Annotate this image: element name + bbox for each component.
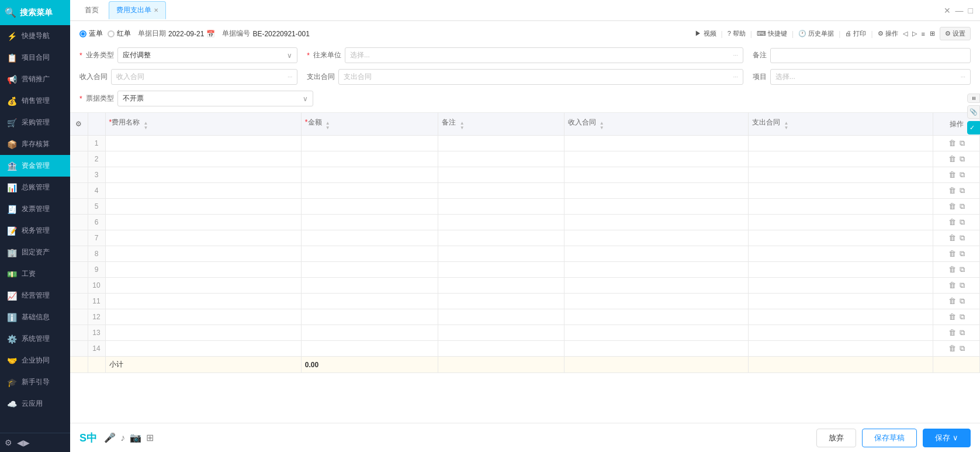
cell-expense-name-1[interactable] — [105, 136, 301, 151]
cell-expense-contract-2[interactable] — [749, 151, 933, 167]
copy-icon-3[interactable]: ⧉ — [960, 170, 965, 180]
cell-remark-10[interactable] — [438, 278, 564, 294]
cell-expense-name-6[interactable] — [105, 215, 301, 230]
cell-expense-contract-10[interactable] — [749, 278, 933, 294]
sidebar-item-9[interactable]: 📝 税务管理 — [0, 220, 70, 241]
copy-icon-7[interactable]: ⧉ — [960, 233, 965, 243]
delete-icon-1[interactable]: 🗑 — [948, 139, 956, 148]
cell-expense-name-12[interactable] — [105, 309, 301, 325]
cell-expense-name-3[interactable] — [105, 167, 301, 183]
grid-icon[interactable]: ⊞ — [146, 432, 154, 443]
cell-remark-13[interactable] — [438, 325, 564, 341]
delete-icon-7[interactable]: 🗑 — [948, 233, 956, 243]
cell-expense-name-11[interactable] — [105, 294, 301, 309]
cell-expense-contract-5[interactable] — [749, 199, 933, 215]
cell-income-contract-3[interactable] — [564, 167, 749, 183]
project-input[interactable]: 选择... ··· — [770, 69, 971, 85]
partner-input[interactable]: 选择... ··· — [345, 47, 743, 63]
grid-view-btn[interactable]: ⊞ — [930, 30, 935, 37]
cell-amount-13[interactable] — [301, 325, 438, 341]
right-edge-btn-2[interactable]: 📎 — [967, 105, 980, 119]
copy-icon-8[interactable]: ⧉ — [960, 249, 965, 258]
cell-amount-2[interactable] — [301, 151, 438, 167]
cell-remark-4[interactable] — [438, 183, 564, 199]
cell-remark-1[interactable] — [438, 136, 564, 151]
cell-expense-contract-7[interactable] — [749, 230, 933, 246]
cell-expense-contract-1[interactable] — [749, 136, 933, 151]
cell-remark-7[interactable] — [438, 230, 564, 246]
cell-remark-2[interactable] — [438, 151, 564, 167]
right-edge-btn-3[interactable]: ✓ — [967, 121, 980, 134]
delete-icon-8[interactable]: 🗑 — [948, 249, 956, 258]
sidebar-item-16[interactable]: 🎓 新手引导 — [0, 371, 70, 393]
cell-income-contract-11[interactable] — [564, 294, 749, 309]
income-contract-input[interactable]: 收入合同 ··· — [111, 69, 297, 85]
cell-remark-8[interactable] — [438, 246, 564, 262]
sidebar-item-4[interactable]: 🛒 采购管理 — [0, 112, 70, 133]
copy-icon-1[interactable]: ⧉ — [960, 139, 965, 148]
cell-remark-6[interactable] — [438, 215, 564, 230]
cell-expense-name-9[interactable] — [105, 262, 301, 278]
sidebar-item-15[interactable]: 🤝 企业协同 — [0, 350, 70, 371]
cell-amount-5[interactable] — [301, 199, 438, 215]
cell-income-contract-12[interactable] — [564, 309, 749, 325]
history-btn[interactable]: 🕐 历史单据 — [798, 29, 834, 38]
sidebar-item-5[interactable]: 📦 库存核算 — [0, 133, 70, 155]
voice-icon[interactable]: ♪ — [120, 433, 125, 443]
cell-income-contract-5[interactable] — [564, 199, 749, 215]
copy-icon-5[interactable]: ⧉ — [960, 202, 965, 211]
remark-input[interactable] — [770, 48, 971, 63]
delete-icon-5[interactable]: 🗑 — [948, 202, 956, 211]
cell-remark-11[interactable] — [438, 294, 564, 309]
th-expense-name[interactable]: *费用名称 ▲▼ — [105, 113, 301, 136]
sidebar-item-17[interactable]: ☁️ 云应用 — [0, 393, 70, 415]
delete-icon-6[interactable]: 🗑 — [948, 218, 956, 227]
shortcut-btn[interactable]: ⌨ 快捷键 — [757, 29, 787, 38]
delete-icon-2[interactable]: 🗑 — [948, 154, 956, 164]
sidebar-item-11[interactable]: 💵 工资 — [0, 263, 70, 285]
th-settings[interactable]: ⚙ — [70, 113, 88, 136]
cell-expense-contract-6[interactable] — [749, 215, 933, 230]
cell-amount-7[interactable] — [301, 230, 438, 246]
cell-expense-name-10[interactable] — [105, 278, 301, 294]
sidebar-item-8[interactable]: 🧾 发票管理 — [0, 198, 70, 220]
cell-amount-14[interactable] — [301, 341, 438, 357]
save-button[interactable]: 保存 ∨ — [923, 429, 971, 447]
cell-expense-contract-4[interactable] — [749, 183, 933, 199]
cell-expense-name-13[interactable] — [105, 325, 301, 341]
next-btn[interactable]: ▷ — [912, 30, 917, 37]
th-income-contract[interactable]: 收入合同 ▲▼ — [564, 113, 749, 136]
delete-icon-13[interactable]: 🗑 — [948, 328, 956, 337]
cell-expense-contract-13[interactable] — [749, 325, 933, 341]
cell-remark-12[interactable] — [438, 309, 564, 325]
cell-remark-5[interactable] — [438, 199, 564, 215]
window-maximize-btn[interactable]: □ — [968, 6, 973, 15]
delete-icon-12[interactable]: 🗑 — [948, 312, 956, 322]
cell-income-contract-6[interactable] — [564, 215, 749, 230]
cell-amount-6[interactable] — [301, 215, 438, 230]
blue-radio[interactable]: 蓝单 — [79, 29, 103, 39]
window-close-btn[interactable]: ✕ — [944, 6, 951, 15]
cell-amount-1[interactable] — [301, 136, 438, 151]
settings-icon[interactable]: ⚙ — [5, 438, 12, 447]
cell-expense-contract-3[interactable] — [749, 167, 933, 183]
help-btn[interactable]: ? 帮助 — [728, 29, 746, 38]
expense-contract-input[interactable]: 支出合同 ··· — [338, 69, 743, 85]
sidebar-header[interactable]: 🔍 搜索菜单 — [0, 0, 70, 25]
cell-amount-10[interactable] — [301, 278, 438, 294]
cell-remark-14[interactable] — [438, 341, 564, 357]
th-expense-contract[interactable]: 支出合同 ▲▼ — [749, 113, 933, 136]
print-btn[interactable]: 🖨 打印 — [845, 29, 866, 38]
red-radio[interactable]: 红单 — [108, 29, 131, 39]
copy-icon-9[interactable]: ⧉ — [960, 265, 965, 274]
cell-remark-3[interactable] — [438, 167, 564, 183]
camera-icon[interactable]: 📷 — [130, 432, 141, 443]
right-edge-btn-1[interactable]: ≡ — [967, 94, 980, 103]
cell-expense-contract-12[interactable] — [749, 309, 933, 325]
delete-icon-11[interactable]: 🗑 — [948, 296, 956, 306]
tab-home[interactable]: 首页 — [77, 1, 106, 19]
window-minimize-btn[interactable]: — — [955, 6, 964, 15]
video-btn[interactable]: ▶ 视频 — [695, 29, 716, 38]
cell-expense-name-2[interactable] — [105, 151, 301, 167]
cell-expense-contract-14[interactable] — [749, 341, 933, 357]
